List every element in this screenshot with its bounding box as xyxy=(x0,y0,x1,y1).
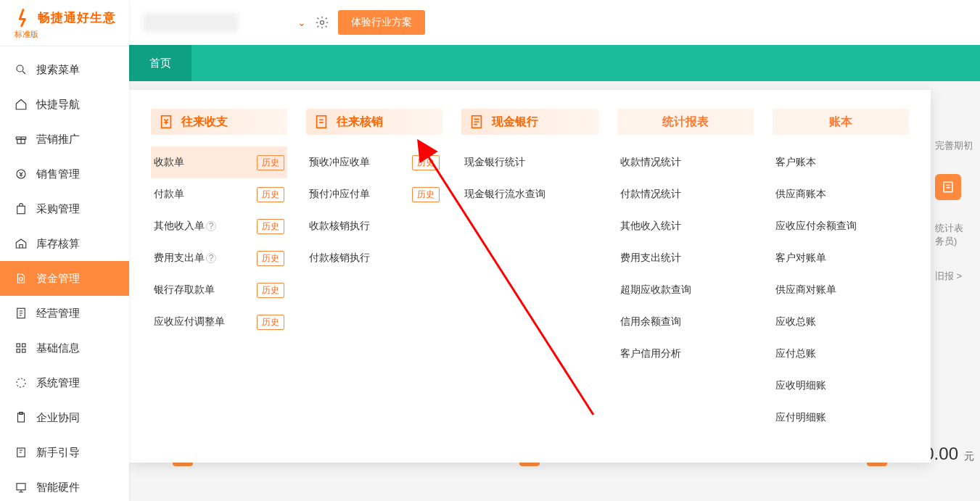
history-badge[interactable]: 历史 xyxy=(412,155,440,170)
menu-item-ar-general[interactable]: 应收总账 xyxy=(773,306,909,338)
main: ⌄ 体验行业方案 首页 往来收支 收款单历史 付款单历史 其他收入单?历史 费用… xyxy=(129,0,980,501)
home-icon xyxy=(15,98,28,111)
org-name-redacted xyxy=(144,13,238,32)
svg-rect-14 xyxy=(17,484,25,490)
menu-item-ap-detail[interactable]: 应付明细账 xyxy=(773,402,909,434)
menu-item-supplier-statement[interactable]: 供应商对账单 xyxy=(773,274,909,306)
logo-text: 畅捷通好生意 xyxy=(38,9,116,26)
mega-col-title: 往来核销 xyxy=(337,115,383,130)
clipboard-icon xyxy=(15,411,28,424)
menu-item-cashbank-stats[interactable]: 现金银行统计 xyxy=(461,146,598,178)
history-badge[interactable]: 历史 xyxy=(257,155,284,170)
sidebar-item-marketing[interactable]: 营销推广 xyxy=(0,122,129,157)
peek-text: 完善期初 xyxy=(935,139,973,152)
org-dropdown-icon[interactable]: ⌄ xyxy=(297,17,306,28)
sidebar-item-label: 新手引导 xyxy=(36,446,80,460)
menu-item-bank-withdraw[interactable]: 银行存取款单历史 xyxy=(151,274,287,306)
menu-item-label: 信用余额查询 xyxy=(620,315,681,328)
fab-ledger-icon[interactable] xyxy=(935,174,961,200)
peek-text[interactable]: 旧报 > xyxy=(935,270,962,283)
menu-item-ar-ap-adjust[interactable]: 应收应付调整单历史 xyxy=(151,306,287,338)
menu-item-overdue-query[interactable]: 超期应收款查询 xyxy=(617,274,754,306)
menu-item-credit-balance[interactable]: 信用余额查询 xyxy=(617,306,754,338)
tabbar: 首页 xyxy=(129,45,980,81)
svg-rect-8 xyxy=(22,344,26,347)
sidebar-item-inventory[interactable]: 库存核算 xyxy=(0,226,129,261)
menu-item-cashbank-flow[interactable]: 现金银行流水查询 xyxy=(461,178,598,210)
sidebar: 畅捷通好生意 标准版 搜索菜单 快捷导航 营销推广 销售管理 xyxy=(0,0,129,501)
wallet-icon xyxy=(15,272,28,285)
history-badge[interactable]: 历史 xyxy=(257,315,284,330)
menu-item-prepay-offset[interactable]: 预付冲应付单历史 xyxy=(306,178,442,210)
settings-icon[interactable] xyxy=(315,15,329,30)
history-badge[interactable]: 历史 xyxy=(257,219,284,234)
menu-item-supplier-ledger[interactable]: 供应商账本 xyxy=(773,178,909,210)
sidebar-nav: 搜索菜单 快捷导航 营销推广 销售管理 采购管理 库存核算 xyxy=(0,46,129,501)
industry-scheme-button[interactable]: 体验行业方案 xyxy=(338,10,425,35)
menu-item-label: 应收应付调整单 xyxy=(154,315,225,328)
history-badge[interactable]: 历史 xyxy=(257,187,284,202)
sidebar-item-operation[interactable]: 经营管理 xyxy=(0,296,129,331)
help-icon[interactable]: ? xyxy=(206,221,216,231)
history-badge[interactable]: 历史 xyxy=(257,283,284,298)
mega-col-reconcile: 往来核销 预收冲应收单历史 预付冲应付单历史 收款核销执行 付款核销执行 xyxy=(306,109,442,434)
sidebar-item-enterprise[interactable]: 企业协同 xyxy=(0,400,129,435)
menu-item-label: 费用支出统计 xyxy=(620,252,681,265)
sidebar-item-label: 营销推广 xyxy=(36,133,80,146)
mega-col-title: 统计报表 xyxy=(662,115,709,130)
menu-item-customer-ledger[interactable]: 客户账本 xyxy=(773,146,909,178)
sidebar-item-label: 采购管理 xyxy=(36,202,80,216)
menu-item-other-income-stats[interactable]: 其他收入统计 xyxy=(617,210,754,242)
grid-icon xyxy=(15,341,28,355)
receipt-icon xyxy=(158,114,174,130)
menu-item-label: 付款单 xyxy=(154,188,184,201)
menu-item-pay-stats[interactable]: 付款情况统计 xyxy=(617,178,754,210)
device-icon xyxy=(15,481,28,494)
sidebar-item-sales[interactable]: 销售管理 xyxy=(0,157,129,191)
menu-item-prerecv-offset[interactable]: 预收冲应收单历史 xyxy=(306,146,442,178)
menu-item-label: 收款情况统计 xyxy=(620,156,681,169)
menu-item-label: 应收应付余额查询 xyxy=(775,220,857,233)
mega-col-title: 账本 xyxy=(829,115,852,130)
report-icon xyxy=(15,307,28,320)
menu-item-expense-stats[interactable]: 费用支出统计 xyxy=(617,242,754,274)
menu-item-customer-statement[interactable]: 客户对账单 xyxy=(773,242,909,274)
svg-rect-4 xyxy=(17,206,25,214)
menu-item-label: 预付冲应付单 xyxy=(309,188,370,201)
menu-item-label: 银行存取款单 xyxy=(154,283,215,297)
menu-item-ar-ap-balance[interactable]: 应收应付余额查询 xyxy=(773,210,909,242)
help-icon[interactable]: ? xyxy=(206,253,216,263)
menu-item-ap-general[interactable]: 应付总账 xyxy=(773,338,909,370)
sidebar-item-purchase[interactable]: 采购管理 xyxy=(0,191,129,226)
tab-home[interactable]: 首页 xyxy=(129,45,192,81)
menu-item-receipt[interactable]: 收款单历史 xyxy=(151,146,287,178)
bank-icon xyxy=(469,114,485,130)
mega-col-header: 统计报表 xyxy=(617,109,754,135)
menu-item-pay-exec[interactable]: 付款核销执行 xyxy=(306,242,442,274)
sidebar-item-search[interactable]: 搜索菜单 xyxy=(0,52,129,87)
menu-item-customer-credit[interactable]: 客户信用分析 xyxy=(617,338,754,370)
history-badge[interactable]: 历史 xyxy=(412,187,440,202)
history-badge[interactable]: 历史 xyxy=(257,251,284,266)
sidebar-item-guide[interactable]: 新手引导 xyxy=(0,435,129,470)
menu-item-recv-exec[interactable]: 收款核销执行 xyxy=(306,210,442,242)
sidebar-item-funds[interactable]: 资金管理 xyxy=(0,261,129,296)
menu-item-ar-detail[interactable]: 应收明细账 xyxy=(773,370,909,402)
menu-item-other-income[interactable]: 其他收入单?历史 xyxy=(151,210,287,242)
sidebar-item-base[interactable]: 基础信息 xyxy=(0,331,129,365)
mega-col-header: 往来核销 xyxy=(306,109,442,135)
sidebar-item-quicknav[interactable]: 快捷导航 xyxy=(0,87,129,122)
menu-item-payment[interactable]: 付款单历史 xyxy=(151,178,287,210)
menu-item-label: 费用支出单? xyxy=(154,252,216,265)
right-peek: 完善期初 统计表 务员) 旧报 > xyxy=(935,139,980,283)
menu-item-label: 客户账本 xyxy=(775,156,816,169)
sidebar-item-system[interactable]: 系统管理 xyxy=(0,365,129,400)
menu-item-expense[interactable]: 费用支出单?历史 xyxy=(151,242,287,274)
mega-col-cashbank: 现金银行 现金银行统计 现金银行流水查询 xyxy=(461,109,598,434)
sidebar-item-hardware[interactable]: 智能硬件 xyxy=(0,470,129,501)
menu-item-label: 供应商对账单 xyxy=(775,283,836,297)
refresh-icon xyxy=(15,376,28,389)
menu-item-recv-stats[interactable]: 收款情况统计 xyxy=(617,146,754,178)
menu-item-label: 应付明细账 xyxy=(775,411,826,424)
menu-item-label: 其他收入单? xyxy=(154,220,216,233)
